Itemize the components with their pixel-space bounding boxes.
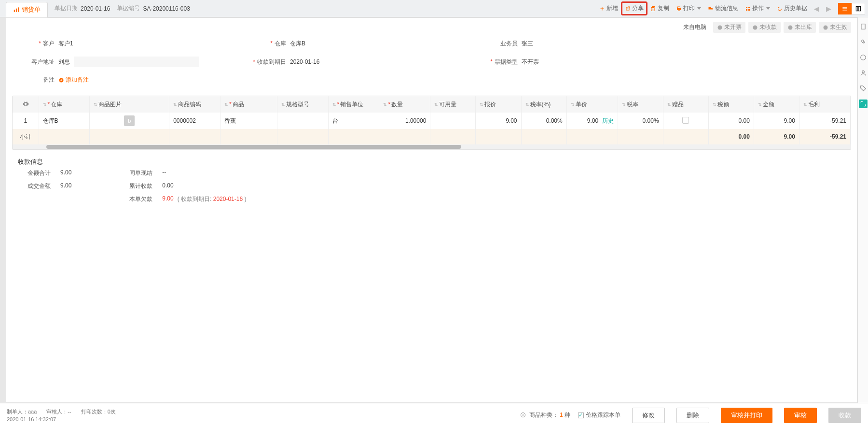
- table-row[interactable]: 1 仓库B b 0000002 香蕉 台 1.00000 9.00 0.00% …: [13, 113, 851, 129]
- col-amount[interactable]: ⇅金额: [754, 96, 799, 113]
- layout-icon: [855, 5, 862, 12]
- bill-date-label: 单据日期: [55, 4, 78, 13]
- cell-qty: 1.00000: [379, 113, 430, 129]
- address-masked: [74, 57, 199, 67]
- col-quote[interactable]: ⇅报价: [476, 96, 521, 113]
- address-contact: 刘总: [58, 58, 70, 66]
- logistics-button[interactable]: 物流信息: [705, 2, 741, 14]
- creator-value: aaa: [28, 409, 37, 414]
- header-form: 客户 客户1 仓库 仓库B 业务员 张三 客户地址 刘总 收款到期日 2020-…: [6, 35, 857, 96]
- next-record[interactable]: ▶: [823, 4, 834, 14]
- subtotal-tax: 0.00: [708, 129, 754, 144]
- info-outline-icon: [860, 54, 867, 61]
- truck-icon: [708, 6, 714, 12]
- tab-sales-order[interactable]: 销货单: [6, 2, 48, 17]
- svg-rect-1: [16, 9, 17, 12]
- salesman-label: 业务员: [483, 40, 518, 48]
- col-profit[interactable]: ⇅毛利: [799, 96, 850, 113]
- audit-print-button[interactable]: 审核并打印: [721, 408, 772, 423]
- info-icon: [752, 25, 758, 30]
- warehouse-value: 仓库B: [290, 40, 305, 48]
- note-icon: [860, 23, 867, 30]
- cell-gift[interactable]: [663, 113, 708, 129]
- col-product[interactable]: ⇅*商品: [220, 96, 277, 113]
- add-note-button[interactable]: 添加备注: [58, 76, 89, 84]
- cell-image[interactable]: b: [90, 113, 169, 129]
- col-warehouse[interactable]: ⇅*仓库: [39, 96, 90, 113]
- kind-count: 1: [560, 412, 563, 418]
- chevron-down-icon: [697, 7, 701, 10]
- view-detail[interactable]: [852, 3, 865, 14]
- owe-due: ( 收款到期日: 2020-01-16 ): [178, 195, 247, 203]
- audit-button[interactable]: 审核: [784, 408, 817, 423]
- price-history-link[interactable]: 历史: [602, 117, 614, 124]
- col-qty[interactable]: ⇅*数量: [379, 96, 430, 113]
- view-list[interactable]: [838, 3, 852, 14]
- col-gift[interactable]: ⇅赠品: [663, 96, 708, 113]
- plus-circle-icon: [58, 77, 64, 83]
- col-unit[interactable]: ⇅*销售单位: [328, 96, 379, 113]
- note-label: 备注: [20, 76, 55, 84]
- user-icon: [860, 70, 867, 76]
- cell-tax-amount: 0.00: [708, 113, 754, 129]
- svg-point-12: [753, 25, 758, 29]
- rail-user[interactable]: [859, 69, 868, 77]
- copy-button[interactable]: 复制: [648, 2, 672, 14]
- rail-note[interactable]: [859, 22, 868, 31]
- add-button[interactable]: 新增: [596, 2, 621, 14]
- svg-rect-10: [858, 6, 861, 11]
- ops-button[interactable]: 操作: [742, 2, 773, 14]
- rail-expand[interactable]: [859, 100, 868, 108]
- svg-rect-6: [748, 7, 750, 8]
- rail-info[interactable]: [859, 53, 868, 62]
- owe-amount: 9.00: [162, 195, 173, 203]
- bill-date-value: 2020-01-16: [81, 5, 110, 12]
- delete-button[interactable]: 删除: [676, 408, 709, 423]
- svg-rect-9: [856, 6, 858, 11]
- badge-unshipped[interactable]: 未出库: [784, 22, 816, 33]
- price-follow-checkbox[interactable]: 价格跟踪本单: [578, 411, 620, 419]
- bill-no-label: 单据编号: [117, 4, 140, 13]
- tab-label: 销货单: [22, 5, 41, 14]
- cell-tax-rate: 0.00%: [618, 113, 663, 129]
- table-hscrollbar[interactable]: [13, 144, 851, 149]
- history-button[interactable]: 历史单据: [774, 2, 810, 14]
- badge-ineffective[interactable]: 未生效: [819, 22, 851, 33]
- subtotal-row: 小计 0.00 9.00 -59.21: [13, 129, 851, 144]
- customer-label: 客户: [20, 40, 55, 48]
- rail-attachment[interactable]: [859, 38, 868, 46]
- subtotal-label: 小计: [13, 129, 39, 144]
- rail-tag[interactable]: [859, 84, 868, 93]
- print-button[interactable]: 打印: [673, 2, 704, 14]
- receive-button[interactable]: 收款: [828, 408, 861, 423]
- info-icon: [787, 25, 793, 30]
- total-amount: 9.00: [60, 169, 71, 177]
- col-price[interactable]: ⇅单价: [566, 96, 618, 113]
- due-label: 收款到期日: [251, 58, 286, 66]
- svg-rect-8: [748, 9, 750, 11]
- cell-price: 9.00 历史: [566, 113, 618, 129]
- copyright-icon: c: [520, 412, 526, 418]
- share-button[interactable]: 分享: [622, 2, 647, 14]
- svg-text:c: c: [523, 413, 524, 416]
- table-header: ⇅*仓库 ⇅商品图片 ⇅商品编码 ⇅*商品 ⇅规格型号 ⇅*销售单位 ⇅*数量 …: [13, 96, 851, 113]
- col-tax-amount[interactable]: ⇅税额: [708, 96, 754, 113]
- col-tax-rate[interactable]: ⇅税率: [618, 96, 663, 113]
- badge-unpaid[interactable]: 未收款: [748, 22, 781, 33]
- prev-record[interactable]: ◀: [811, 4, 822, 14]
- col-sku[interactable]: ⇅商品编码: [169, 96, 220, 113]
- cell-warehouse: 仓库B: [39, 113, 90, 129]
- col-available[interactable]: ⇅可用量: [430, 96, 476, 113]
- col-rate-pct[interactable]: ⇅税率(%): [521, 96, 566, 113]
- cell-unit: 台: [328, 113, 379, 129]
- payment-title: 收款信息: [6, 150, 857, 169]
- col-settings[interactable]: [13, 96, 39, 113]
- gift-checkbox[interactable]: [682, 117, 689, 124]
- copy-icon: [650, 6, 656, 12]
- chevron-down-icon: [766, 7, 770, 10]
- edit-button[interactable]: 修改: [632, 408, 665, 423]
- col-image[interactable]: ⇅商品图片: [90, 96, 169, 113]
- col-spec[interactable]: ⇅规格型号: [277, 96, 328, 113]
- badge-uninvoiced[interactable]: 未开票: [713, 22, 745, 33]
- cell-sku: 0000002: [169, 113, 220, 129]
